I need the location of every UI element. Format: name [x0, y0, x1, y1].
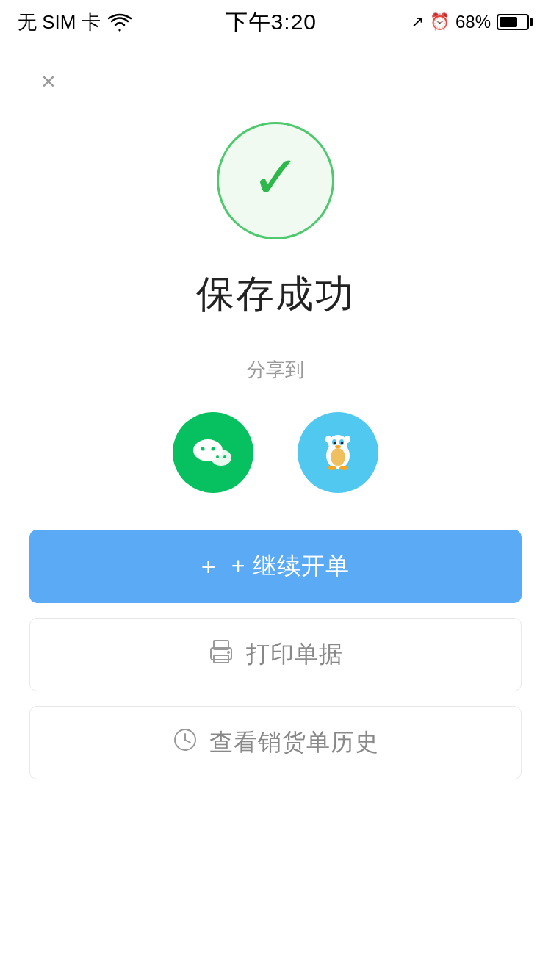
share-label: 分享到 — [247, 357, 304, 383]
svg-point-16 — [325, 436, 331, 443]
action-buttons: + + 继续开单 打印单据 — [29, 530, 522, 779]
wechat-share-button[interactable] — [173, 412, 253, 493]
svg-point-10 — [334, 442, 336, 444]
close-icon: × — [41, 67, 56, 96]
status-left: 无 SIM 卡 — [18, 10, 132, 35]
alarm-icon: ⏰ — [430, 12, 450, 32]
main-content: ✓ 保存成功 分享到 — [0, 107, 551, 980]
checkmark-icon: ✓ — [251, 148, 300, 207]
status-right: ↗ ⏰ 68% — [411, 12, 533, 32]
svg-point-3 — [212, 447, 215, 451]
success-title: 保存成功 — [196, 269, 355, 320]
svg-point-11 — [341, 442, 344, 444]
clock-icon — [173, 727, 198, 758]
no-sim-text: 无 SIM 卡 — [18, 10, 101, 35]
svg-point-1 — [211, 450, 231, 466]
share-divider: 分享到 — [29, 357, 522, 383]
svg-point-12 — [335, 445, 341, 448]
svg-point-2 — [201, 447, 205, 451]
wechat-icon — [189, 428, 237, 477]
history-label: 查看销货单历史 — [209, 727, 379, 759]
svg-line-24 — [185, 740, 190, 743]
svg-point-4 — [216, 455, 219, 458]
share-icons — [29, 412, 522, 493]
qq-icon — [316, 430, 360, 475]
close-button[interactable]: × — [29, 62, 68, 100]
location-icon: ↗ — [411, 12, 424, 32]
plus-icon: + — [201, 552, 217, 581]
history-button[interactable]: 查看销货单历史 — [29, 706, 522, 779]
continue-button[interactable]: + + 继续开单 — [29, 530, 522, 603]
print-button[interactable]: 打印单据 — [29, 618, 522, 691]
svg-point-15 — [339, 466, 348, 470]
share-section: 分享到 — [29, 357, 522, 493]
close-area: × — [0, 44, 551, 107]
svg-point-14 — [328, 466, 336, 470]
status-time: 下午3:20 — [226, 7, 317, 37]
success-circle: ✓ — [217, 122, 334, 239]
qq-share-button[interactable] — [298, 412, 378, 493]
svg-point-13 — [331, 448, 345, 466]
svg-point-21 — [227, 651, 230, 654]
print-label: 打印单据 — [246, 638, 343, 671]
svg-point-5 — [223, 455, 226, 458]
wifi-icon — [108, 12, 132, 32]
printer-icon — [208, 639, 234, 670]
status-bar: 无 SIM 卡 下午3:20 ↗ ⏰ 68% — [0, 0, 551, 44]
svg-point-17 — [345, 436, 350, 443]
continue-label: + 继续开单 — [231, 550, 350, 583]
battery-icon — [497, 14, 533, 30]
battery-percent: 68% — [455, 12, 491, 32]
